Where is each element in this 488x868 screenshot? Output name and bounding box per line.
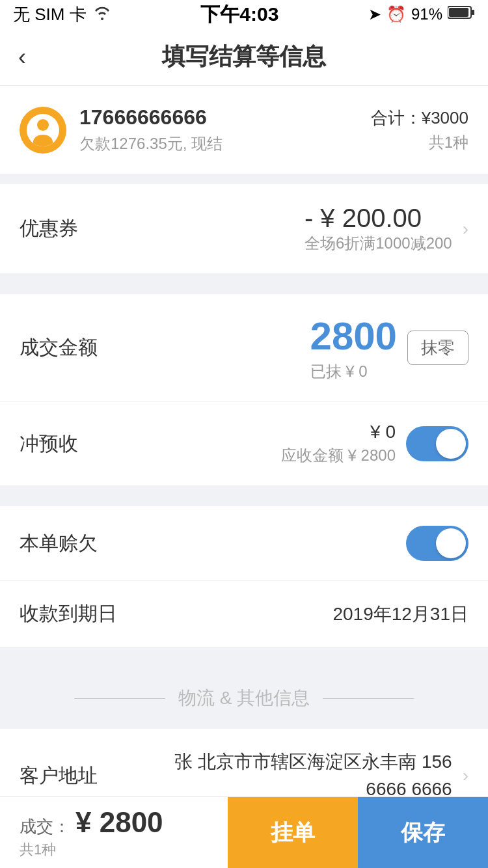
amount-row: 成交金额 2800 已抹 ¥ 0 抹零 [0, 294, 488, 402]
total-label: 合计：¥3000 [371, 107, 468, 129]
arrear-row: 本单赊欠 [0, 506, 488, 581]
svg-rect-2 [449, 8, 468, 17]
section-divider-1 [0, 284, 488, 294]
back-button[interactable]: ‹ [18, 44, 26, 71]
address-right: 张 北京市市辖区海淀区永丰南 156 6666 6666 › [140, 748, 468, 803]
bottom-summary-top: 成交： ¥ 2800 [20, 806, 208, 839]
address-chevron-icon: › [463, 765, 468, 786]
summary-amount: ¥ 2800 [75, 806, 163, 839]
coupon-value: - ¥ 200.00 [305, 204, 452, 233]
status-right: ➤ ⏰ 91% [368, 5, 475, 23]
already-zero: 已抹 ¥ 0 [310, 361, 397, 382]
amount-section: 成交金额 2800 已抹 ¥ 0 抹零 冲预收 ¥ 0 应收金额 ¥ 2800 [0, 294, 488, 485]
chevron-right-icon: › [463, 219, 468, 239]
due-date-value: 2019年12月31日 [332, 602, 468, 627]
address-label: 客户地址 [20, 763, 98, 789]
customer-total: 合计：¥3000 共1种 [371, 107, 468, 153]
coupon-row[interactable]: 优惠券 - ¥ 200.00 全场6折满1000减200 › [0, 184, 488, 273]
section-divider-2 [0, 496, 488, 506]
status-time: 下午4:03 [200, 1, 278, 28]
logistics-header: 物流 & 其他信息 [0, 668, 488, 729]
prepayment-toggle[interactable] [406, 426, 468, 461]
arrear-right [406, 526, 468, 561]
arrear-label: 本单赊欠 [20, 530, 98, 557]
alarm-icon: ⏰ [386, 5, 406, 23]
sim-text: 无 SIM 卡 [13, 3, 87, 26]
location-icon: ➤ [368, 5, 381, 23]
summary-label: 成交： [20, 815, 70, 838]
customer-info: 17666666666 欠款1276.35元, 现结 [79, 105, 223, 154]
avatar [20, 107, 66, 154]
bottom-bar: 成交： ¥ 2800 共1种 挂单 保存 [0, 796, 488, 868]
prepayment-sub: 应收金额 ¥ 2800 [281, 445, 396, 466]
hang-single-button[interactable]: 挂单 [228, 797, 358, 869]
arrear-section: 本单赊欠 收款到期日 2019年12月31日 [0, 506, 488, 647]
customer-phone: 17666666666 [79, 105, 223, 129]
amount-value-block: 2800 已抹 ¥ 0 [310, 314, 397, 382]
amount-number: 2800 [310, 314, 397, 359]
prepayment-row: 冲预收 ¥ 0 应收金额 ¥ 2800 [0, 402, 488, 485]
coupon-right: - ¥ 200.00 全场6折满1000减200 › [305, 204, 468, 254]
prepayment-right: ¥ 0 应收金额 ¥ 2800 [281, 422, 468, 466]
address-value: 张 北京市市辖区海淀区永丰南 156 6666 6666 [140, 748, 452, 803]
logistics-label: 物流 & 其他信息 [178, 686, 310, 711]
due-date-label: 收款到期日 [20, 601, 117, 627]
battery-icon [448, 5, 475, 23]
page-title: 填写结算等信息 [162, 41, 326, 73]
coupon-label: 优惠券 [20, 215, 78, 242]
battery-text: 91% [411, 5, 442, 23]
section-divider-3 [0, 657, 488, 668]
coupon-section: 优惠券 - ¥ 200.00 全场6折满1000减200 › [0, 184, 488, 273]
status-left: 无 SIM 卡 [13, 3, 111, 26]
nav-bar: ‹ 填写结算等信息 [0, 29, 488, 86]
bottom-summary: 成交： ¥ 2800 共1种 [0, 806, 228, 860]
svg-rect-1 [472, 10, 474, 15]
customer-left: 17666666666 欠款1276.35元, 现结 [20, 105, 223, 154]
customer-card: 17666666666 欠款1276.35元, 现结 合计：¥3000 共1种 [0, 86, 488, 174]
prepayment-value: ¥ 0 [281, 422, 396, 442]
content: 17666666666 欠款1276.35元, 现结 合计：¥3000 共1种 … [0, 86, 488, 868]
round-zero-button[interactable]: 抹零 [407, 331, 468, 365]
total-count: 共1种 [371, 132, 468, 153]
customer-debt: 欠款1276.35元, 现结 [79, 133, 223, 154]
status-bar: 无 SIM 卡 下午4:03 ➤ ⏰ 91% [0, 0, 488, 29]
avatar-icon [27, 114, 59, 146]
prepayment-value-block: ¥ 0 应收金额 ¥ 2800 [281, 422, 396, 466]
amount-right: 2800 已抹 ¥ 0 抹零 [310, 314, 468, 382]
summary-count: 共1种 [20, 840, 208, 860]
wifi-icon [93, 5, 111, 25]
coupon-sub: 全场6折满1000减200 [305, 233, 452, 254]
due-date-row: 收款到期日 2019年12月31日 [0, 581, 488, 647]
amount-label: 成交金额 [20, 334, 98, 361]
save-button[interactable]: 保存 [358, 797, 488, 869]
prepayment-label: 冲预收 [20, 431, 78, 457]
coupon-value-block: - ¥ 200.00 全场6折满1000减200 [305, 204, 452, 254]
arrear-toggle[interactable] [406, 526, 468, 561]
